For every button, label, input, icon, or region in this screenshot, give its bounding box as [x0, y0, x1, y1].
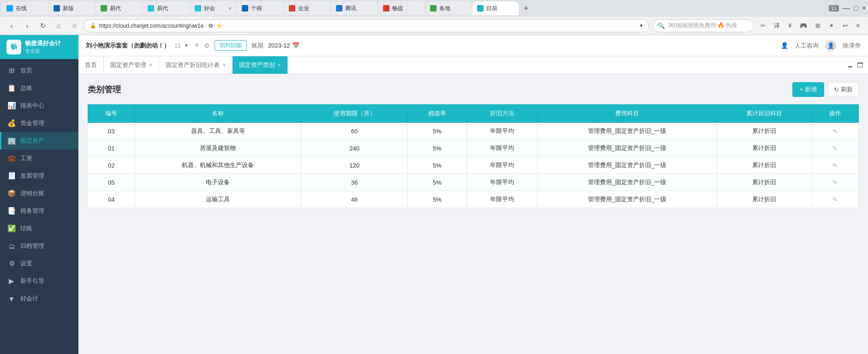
- support-icon: 👤: [781, 42, 788, 49]
- browser-tab-label-yidai1: 易代: [110, 5, 121, 12]
- grid-action[interactable]: ⊞: [813, 21, 823, 30]
- bookmark-button[interactable]: ☆: [68, 20, 80, 32]
- row3-code[interactable]: 02: [88, 157, 135, 174]
- search-icon: 🔍: [658, 22, 665, 29]
- sidebar-item-guide[interactable]: ▶ 新手引导: [0, 272, 78, 290]
- sidebar-item-label-report: 报表中心: [20, 102, 44, 110]
- table-body: 03 器具、工具、家具等 60 5% 年限平均 管理费用_固定资产折旧_一级 累…: [88, 123, 859, 208]
- header-user-display[interactable]: 徐泽华: [843, 42, 861, 50]
- translate-action[interactable]: 译: [771, 21, 783, 31]
- edit-icon-row2[interactable]: ✎: [832, 145, 838, 152]
- browser-tab-haohui[interactable]: 好会 ×: [190, 1, 236, 15]
- support-label[interactable]: 人工咨询: [795, 42, 819, 50]
- browser-tab-muqian[interactable]: 目前: [473, 1, 519, 15]
- sidebar-item-inventory[interactable]: 📦 进销台账: [0, 185, 78, 202]
- row3-residual: 5%: [408, 157, 467, 174]
- row3-accumulated: 累计折旧: [717, 157, 812, 174]
- table-header: 编号 名称 使用期限（月） 残值率 折旧方法 费用科目 累计折旧科目 操作: [88, 105, 859, 123]
- refresh-button[interactable]: ↻: [37, 20, 49, 32]
- tab-depreciation-close[interactable]: ×: [222, 62, 226, 68]
- browser-tab-geshui[interactable]: 个税: [237, 1, 283, 15]
- row4-code[interactable]: 05: [88, 174, 135, 191]
- row3-edit[interactable]: ✎: [812, 157, 859, 174]
- edit-icon-row5[interactable]: ✎: [832, 196, 838, 203]
- window-minimize-button[interactable]: —: [843, 4, 850, 12]
- sidebar-item-tax[interactable]: 📑 税务管理: [0, 202, 78, 220]
- sidebar-item-fund[interactable]: 💰 资金管理: [0, 114, 78, 132]
- row5-edit[interactable]: ✎: [812, 191, 859, 208]
- switch-version-button[interactable]: 切到旧版: [215, 40, 247, 51]
- forward-button[interactable]: ›: [21, 20, 33, 32]
- header-settings-icon[interactable]: ⚙: [204, 42, 210, 49]
- row5-accumulated: 累计折旧: [717, 191, 812, 208]
- brightness-action[interactable]: ☀: [826, 21, 837, 30]
- browser-tab-gedi[interactable]: 各地: [425, 1, 472, 15]
- tab-count-badge: 11: [829, 5, 839, 12]
- window-close-button[interactable]: ×: [862, 4, 866, 12]
- refresh-label: 刷新: [841, 85, 853, 94]
- calendar-icon[interactable]: 📅: [292, 42, 299, 49]
- tab-fixed-asset-mgmt-label: 固定资产管理: [110, 61, 146, 69]
- back-button[interactable]: ‹: [6, 20, 18, 32]
- tab-fixed-asset-mgmt[interactable]: 固定资产管理 ×: [104, 56, 159, 74]
- browser-tab-yidai2[interactable]: 易代: [143, 1, 189, 15]
- browser-tab-yidai1[interactable]: 易代: [96, 1, 142, 15]
- browser-tab-changjie[interactable]: 畅提: [378, 1, 425, 15]
- browser-tab-online[interactable]: 在线: [2, 1, 48, 15]
- edit-icon-row1[interactable]: ✎: [832, 128, 838, 135]
- header-dropdown-icon[interactable]: ▾: [185, 42, 188, 48]
- sidebar-item-settings[interactable]: ⚙ 设置: [0, 255, 78, 272]
- row2-code[interactable]: 01: [88, 140, 135, 157]
- row1-edit[interactable]: ✎: [812, 123, 859, 140]
- sidebar-item-archive[interactable]: 🗂 归档管理: [0, 237, 78, 255]
- browser-tab-close-haohui[interactable]: ×: [229, 6, 232, 11]
- url-dropdown-icon[interactable]: ▾: [640, 23, 643, 29]
- scissors-action[interactable]: ✂: [758, 21, 768, 30]
- new-tab-button[interactable]: +: [520, 2, 533, 15]
- undo-action[interactable]: ↩: [840, 21, 850, 30]
- sidebar-item-invoice[interactable]: 🧾 发票管理: [0, 167, 78, 185]
- sidebar-item-report[interactable]: 📊 报表中心: [0, 97, 78, 114]
- add-category-button[interactable]: + 新增: [792, 82, 824, 97]
- tab-asset-category[interactable]: 固定资产类别 ×: [233, 56, 288, 74]
- page-title-row: 类别管理 + 新增 ↻ 刷新: [88, 82, 859, 97]
- row1-accumulated: 累计折旧: [717, 123, 812, 140]
- sidebar-item-ledger[interactable]: 📋 总账: [0, 79, 78, 97]
- browser-tab-qiye[interactable]: 企业: [284, 1, 330, 15]
- edit-icon-row3[interactable]: ✎: [832, 162, 838, 169]
- row2-edit[interactable]: ✎: [812, 140, 859, 157]
- sidebar-item-checkout[interactable]: ✅ 结账: [0, 220, 78, 237]
- game-action[interactable]: 🎮: [797, 21, 810, 30]
- header-add-account-button[interactable]: +: [194, 41, 199, 50]
- sidebar-item-salary[interactable]: 💼 工资: [0, 150, 78, 167]
- row1-residual: 5%: [408, 123, 467, 140]
- sidebar-item-more[interactable]: ▼ 好会计: [0, 290, 78, 307]
- browser-tab-tengxun[interactable]: 腾讯: [331, 1, 377, 15]
- row5-expense: 管理费用_固定资产折旧_一级: [537, 191, 717, 208]
- tab-depreciation-table[interactable]: 固定资产折旧统计表 ×: [159, 56, 233, 74]
- table-row: 04 运输工具 48 5% 年限平均 管理费用_固定资产折旧_一级 累计折旧 ✎: [88, 191, 859, 208]
- menu-action[interactable]: ≡: [853, 21, 862, 30]
- header-user-count: 11: [174, 42, 180, 49]
- url-text: https://cloud.chanjet.com/accounting/uw1…: [99, 23, 204, 29]
- row5-code[interactable]: 04: [88, 191, 135, 208]
- tab-action-minimize[interactable]: 🗕: [847, 61, 853, 69]
- url-bar[interactable]: 🔒 https://cloud.chanjet.com/accounting/u…: [84, 19, 649, 32]
- search-bar[interactable]: 🔍 360智能抠图免费用 🔥 热搜: [652, 19, 754, 32]
- refresh-button[interactable]: ↻ 刷新: [828, 82, 859, 97]
- currency-action[interactable]: ¥: [785, 21, 794, 30]
- edit-icon-row4[interactable]: ✎: [832, 179, 838, 186]
- row1-code[interactable]: 03: [88, 123, 135, 140]
- sidebar-item-home[interactable]: ⊞ 首页: [0, 62, 78, 79]
- tab-action-maximize[interactable]: 🗖: [857, 61, 863, 69]
- tab-home[interactable]: 首页: [78, 56, 104, 74]
- th-code: 编号: [88, 105, 135, 123]
- home-button[interactable]: ⌂: [53, 20, 65, 32]
- tab-fixed-asset-mgmt-close[interactable]: ×: [149, 62, 152, 68]
- sidebar-item-fixed-asset[interactable]: 🏢 固定资产: [0, 132, 78, 150]
- row5-period: 48: [301, 191, 408, 208]
- browser-tab-new[interactable]: 新版: [49, 1, 95, 15]
- window-maximize-button[interactable]: □: [854, 4, 858, 12]
- tab-asset-category-close[interactable]: ×: [278, 62, 281, 68]
- row4-edit[interactable]: ✎: [812, 174, 859, 191]
